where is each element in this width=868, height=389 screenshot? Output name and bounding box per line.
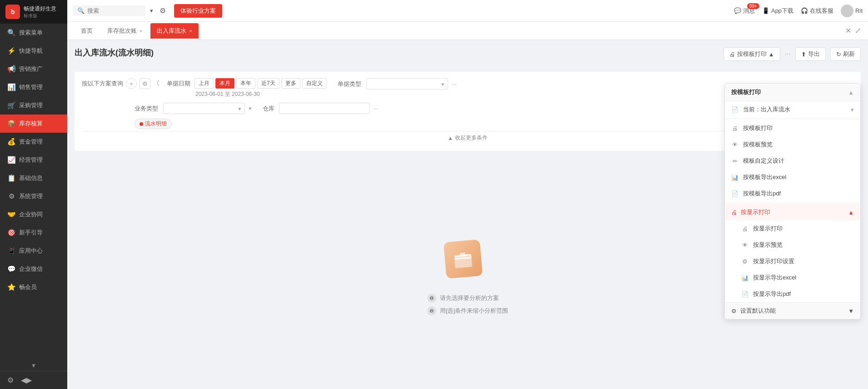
sidebar-item-operation[interactable]: 📈 经营管理: [0, 151, 67, 169]
user-avatar[interactable]: Rit: [841, 5, 863, 17]
search-icon: 🔍: [77, 7, 85, 14]
hint-num-2: ❷: [427, 306, 436, 315]
sidebar-item-wechat[interactable]: 💬 企业微信: [0, 260, 67, 278]
tab-flow-close-icon[interactable]: ×: [189, 28, 192, 34]
collapse-icon[interactable]: ◀▶: [21, 376, 32, 384]
display-print-icon: 🖨: [741, 225, 748, 232]
tab-home[interactable]: 首页: [75, 23, 99, 39]
app-download-btn[interactable]: 📱 App下载: [762, 7, 793, 15]
template-pdf-item[interactable]: 📄 按模板导出pdf: [725, 185, 860, 202]
sidebar-item-system[interactable]: ⚙ 系统管理: [0, 187, 67, 205]
window-close-icon[interactable]: ✕: [845, 26, 851, 35]
sidebar-item-app-center[interactable]: 📱 应用中心: [0, 242, 67, 260]
template-preview-item[interactable]: 👁 按模板预览: [725, 136, 860, 153]
more-dots-icon[interactable]: ···: [785, 50, 791, 58]
warehouse-input[interactable]: [279, 103, 370, 114]
industry-btn[interactable]: 体验行业方案: [174, 4, 222, 18]
template-print-icon: 🖨: [731, 125, 738, 132]
sidebar-item-label-marketing: 营销推广: [19, 65, 43, 73]
display-excel-item[interactable]: 📊 按显示导出excel: [725, 269, 860, 286]
operation-icon: 📈: [7, 156, 15, 164]
dropdown-chevron-up-icon[interactable]: ▲: [848, 89, 854, 96]
warehouse-label: 仓库: [263, 105, 275, 113]
search-input[interactable]: [87, 7, 133, 14]
refresh-btn[interactable]: ↻ 刷新: [830, 47, 861, 61]
sidebar-item-search[interactable]: 🔍 搜索菜单: [0, 24, 67, 42]
svg-rect-2: [460, 252, 466, 257]
sidebar-item-label-system: 系统管理: [19, 192, 43, 200]
template-custom-item[interactable]: ✏ 模板自定义设计: [725, 153, 860, 169]
search-box[interactable]: 🔍: [73, 5, 145, 16]
tag-dot: [140, 122, 143, 126]
hint-num-1: ❶: [427, 294, 436, 303]
search-icon: 🔍: [7, 29, 15, 37]
sidebar-scroll-down[interactable]: ▼: [0, 360, 67, 371]
wechat-icon: 💬: [7, 265, 15, 273]
empty-hints: ❶ 请先选择要分析的方案 ❷ 用[选]条件来缩小分析范围: [427, 294, 508, 315]
filter-collapse-icon[interactable]: 《: [153, 80, 160, 88]
tab-batch-label: 库存批次账: [107, 27, 137, 35]
window-expand-icon[interactable]: ⤢: [855, 26, 861, 35]
divider-2: [725, 203, 860, 203]
doc-type-more-icon[interactable]: ···: [452, 80, 457, 87]
sidebar-item-label-sales: 销售管理: [19, 83, 43, 91]
date-btn-last-month[interactable]: 上月: [195, 78, 214, 89]
template-print-item[interactable]: 🖨 按模板打印: [725, 120, 860, 136]
collapse-btn[interactable]: ▲ 收起更多条件: [448, 134, 488, 142]
topbar-dropdown[interactable]: ▾: [150, 7, 153, 14]
tab-flow[interactable]: 出入库流水 ×: [150, 23, 198, 39]
sidebar-item-quick-nav[interactable]: ⚡ 快捷导航: [0, 42, 67, 60]
display-section-header[interactable]: 🖨 按显示打印 ▲: [725, 204, 860, 220]
tab-batch-account[interactable]: 库存批次账 ×: [101, 23, 149, 39]
display-pdf-item[interactable]: 📄 按显示导出pdf: [725, 286, 860, 302]
print-btn[interactable]: 🖨 按模板打印 ▲: [723, 47, 780, 61]
sidebar-item-member[interactable]: ⭐ 畅会员: [0, 278, 67, 296]
box-svg: [451, 247, 475, 271]
sidebar-item-sales[interactable]: 📊 销售管理: [0, 78, 67, 96]
filter-settings-icon[interactable]: ⚙: [140, 78, 150, 89]
settings-icon[interactable]: ⚙: [7, 376, 14, 384]
date-btn-more[interactable]: 更多: [281, 78, 300, 89]
sidebar-item-label-purchase: 采购管理: [19, 101, 43, 110]
display-settings-item[interactable]: ⚙ 按显示打印设置: [725, 253, 860, 269]
template-excel-item[interactable]: 📊 按模板导出excel: [725, 169, 860, 185]
warehouse-more-icon[interactable]: ···: [374, 105, 379, 112]
sidebar-item-marketing[interactable]: 📢 营销推广: [0, 60, 67, 78]
doc-type-select[interactable]: [366, 78, 448, 90]
empty-hint-2: ❷ 用[选]条件来缩小分析范围: [427, 306, 508, 315]
online-service-btn[interactable]: 🎧 在线客服: [801, 7, 833, 15]
warehouse-field: 仓库 ···: [263, 103, 379, 114]
current-chevron-icon: ▾: [851, 106, 854, 113]
filter-add-btn[interactable]: +: [126, 78, 137, 89]
display-print-item[interactable]: 🖨 按显示打印: [725, 220, 860, 237]
tab-batch-close-icon[interactable]: ×: [140, 28, 142, 34]
filter-tag-item[interactable]: 流水明细: [135, 119, 172, 129]
printer-icon: 🖨: [729, 51, 735, 58]
biz-type-chevron-icon[interactable]: ▾: [249, 105, 252, 112]
date-range-text: 2023-06-01 至 2023-06-30: [195, 90, 327, 98]
biz-type-select[interactable]: [163, 103, 245, 114]
filter-label-area: 按以下方案查询 + ⚙ 《: [82, 78, 160, 89]
date-btn-this-year[interactable]: 本年: [236, 78, 255, 89]
sidebar-item-guide[interactable]: 🎯 新手引导: [0, 224, 67, 242]
sidebar-item-finance[interactable]: 💰 资金管理: [0, 133, 67, 151]
sales-icon: 📊: [7, 83, 15, 91]
sidebar-item-purchase[interactable]: 🛒 采购管理: [0, 96, 67, 115]
gear-icon[interactable]: ⚙: [160, 6, 166, 15]
dropdown-current-item[interactable]: 📄 当前：出入库流水 ▾: [725, 101, 860, 118]
window-controls: ✕ ⤢: [845, 26, 861, 35]
date-btn-custom[interactable]: 自定义: [302, 78, 327, 89]
sidebar-item-basic[interactable]: 📋 基础信息: [0, 169, 67, 187]
marketing-icon: 📢: [7, 65, 15, 73]
dropdown-footer[interactable]: ⚙ 设置默认功能 ▼: [725, 302, 860, 319]
message-btn[interactable]: 💬 消息 99+: [734, 7, 755, 15]
date-btn-7days[interactable]: 近7天: [257, 78, 279, 89]
biz-type-field: 业务类型 ▾: [135, 103, 252, 114]
sidebar-item-inventory[interactable]: 📦 库存核算: [0, 115, 67, 133]
export-btn[interactable]: ⬆ 导出: [795, 47, 826, 61]
sidebar-item-enterprise[interactable]: 🤝 企业协同: [0, 205, 67, 224]
title-toolbar-row: 出入库流水(流水明细) 🖨 按模板打印 ▲ ··· ⬆ 导出 ↻ 刷新: [75, 47, 861, 65]
quick-nav-icon: ⚡: [7, 47, 15, 55]
display-preview-item[interactable]: 👁 按显示预览: [725, 237, 860, 253]
date-btn-this-month[interactable]: 本月: [215, 78, 234, 89]
